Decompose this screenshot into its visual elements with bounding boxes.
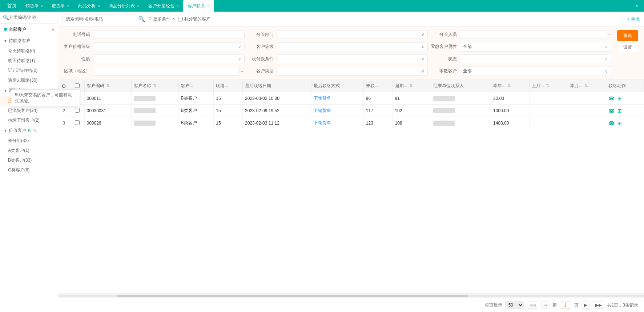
sort-icon-code[interactable]: ⇅: [106, 83, 110, 88]
filter-input-region[interactable]: [93, 67, 240, 76]
nav-tab-sales[interactable]: 销货单 ×: [21, 0, 47, 12]
filter-input-person[interactable]: [460, 30, 606, 39]
collapse-sidebar-button[interactable]: «: [51, 27, 54, 33]
close-tab-customer-layer[interactable]: ×: [177, 4, 179, 8]
refresh-icon[interactable]: ↻: [28, 128, 32, 134]
filter-field-price-level: 客户价格等级 ∨: [64, 42, 245, 51]
filter-select-customer-level[interactable]: ∨: [277, 42, 428, 51]
row-checkbox[interactable]: [75, 120, 80, 125]
last-page-button[interactable]: ▶▶: [593, 301, 604, 309]
scrollbar-thumb[interactable]: [117, 295, 468, 297]
sidebar-item-tomorrow[interactable]: 明天待联络(1): [0, 56, 58, 66]
close-tab-sales[interactable]: ×: [41, 4, 43, 8]
settings-button[interactable]: 设置: [617, 42, 638, 52]
per-page-select[interactable]: 50 100 200: [505, 301, 524, 309]
more-action-icon[interactable]: ⊞: [617, 120, 622, 126]
horizontal-scrollbar[interactable]: [58, 293, 644, 298]
contact-action-icon[interactable]: ☎: [608, 108, 615, 114]
sidebar-search-input[interactable]: [9, 15, 58, 20]
filter-select-retail[interactable]: 全部 ∨: [460, 66, 611, 76]
filter-field-dept: 分管部门 ∨: [247, 30, 428, 39]
more-action-icon[interactable]: ⊞: [617, 96, 622, 101]
filter-input-phone[interactable]: [93, 30, 245, 39]
sidebar-item-b-class[interactable]: B类客户(33): [0, 155, 58, 165]
sidebar-item-declining[interactable]: 持续下滑客户(2): [0, 116, 58, 125]
close-tab-analysis-list[interactable]: ×: [137, 4, 139, 8]
contact-action-icon[interactable]: ☎: [608, 96, 615, 101]
cell-this-year: 30.00: [491, 92, 529, 105]
close-tab-purchase[interactable]: ×: [67, 4, 69, 8]
cell-name: [132, 117, 179, 129]
table-container: ⚙ 客户编码 ⇅ 客户名称 ⇅ 客户...: [58, 80, 644, 293]
sidebar-section-value[interactable]: ▼ 价值客户 ↻ ✎: [0, 125, 58, 136]
close-tab-analysis[interactable]: ×: [98, 4, 100, 8]
more-conditions-button[interactable]: ▽ 更多条件 ∧: [148, 16, 175, 22]
filter-label-status: 状态: [431, 56, 460, 62]
sidebar-all-header[interactable]: ⊞ 全部客户 «: [0, 24, 58, 36]
prev-page-button[interactable]: ◀: [541, 301, 550, 309]
settings-icon[interactable]: ⚙: [61, 83, 66, 89]
nav-tab-purchase[interactable]: 进货单 ×: [47, 0, 73, 12]
sidebar-item-7days[interactable]: 近7天待联络(0): [0, 66, 58, 76]
table-row: 2 00030031 B类客户 15 2023-02-09 19:52: 下销货…: [58, 105, 644, 117]
export-button[interactable]: ↑ 导出: [627, 16, 640, 22]
page-label: 页: [574, 302, 579, 308]
row-checkbox[interactable]: [75, 108, 80, 113]
filter-field-status: 状态 ∨: [431, 54, 611, 63]
table-row: 3 000026 B类客户 15 2023-02-03 11:12: 下销货单 …: [58, 117, 644, 129]
sidebar-item-ungrouped[interactable]: 未分组(32): [0, 136, 58, 146]
filter-select-nature[interactable]: ∨: [93, 54, 245, 63]
filter-select-retail-attr[interactable]: 全部 ∨: [460, 42, 611, 52]
nav-tab-customer-layer[interactable]: 客户分层经营 ×: [144, 0, 183, 12]
sidebar-item-a-class[interactable]: A类客户(1): [0, 146, 58, 155]
nav-tab-customer-contact[interactable]: 客户联系 ×: [183, 0, 214, 12]
filter-select-status[interactable]: ∨: [460, 54, 611, 63]
search-input[interactable]: [63, 15, 135, 23]
more-region-icon[interactable]: ···: [241, 69, 245, 74]
sort-icon-name[interactable]: ⇅: [153, 83, 157, 88]
arrow-icon-value: ▼: [4, 129, 7, 133]
my-customers-checkbox[interactable]: [178, 17, 183, 21]
more-action-icon[interactable]: ⊞: [617, 108, 622, 114]
nav-tab-analysis-list[interactable]: 商品分析列表 ×: [104, 0, 144, 12]
sidebar-item-overdue[interactable]: 逾期未联络(30): [0, 76, 58, 85]
filter-bar: 🔍 ▽ 更多条件 ∧ 我分管的客户 ↑ 导出: [58, 12, 644, 27]
filter-select-payment[interactable]: ∨: [277, 54, 428, 63]
cell-checkbox[interactable]: [70, 117, 84, 129]
query-button[interactable]: 查询: [617, 30, 638, 41]
sort-icon-last-month[interactable]: ⇅: [546, 83, 550, 88]
filter-select-dept[interactable]: ∨: [277, 30, 428, 39]
filter-select-price-level[interactable]: ∨: [93, 42, 245, 51]
last-method-link[interactable]: 下销货单: [314, 108, 331, 113]
contact-action-icon[interactable]: ☎: [608, 120, 615, 126]
nav-tab-analysis[interactable]: 商品分析 ×: [74, 0, 104, 12]
close-all-button[interactable]: ×: [632, 3, 641, 9]
first-page-button[interactable]: ◀◀: [527, 301, 538, 309]
cell-contact: 15: [214, 117, 243, 129]
close-tab-customer-contact[interactable]: ×: [207, 4, 209, 8]
sidebar-item-c-class[interactable]: C类客户(6): [0, 165, 58, 175]
cell-last-date: 2023-02-09 19:52:: [243, 105, 311, 117]
filter-select-customer-type[interactable]: ∨: [277, 67, 428, 76]
sidebar-section-pending[interactable]: ▼ 待联络客户: [0, 36, 58, 46]
filter-field-retail-attr: 零散客户属性 全部 ∨: [431, 42, 611, 52]
sort-icon-overdue[interactable]: ⇅: [409, 83, 413, 88]
cell-actions: ☎ ⊞: [606, 105, 644, 117]
page-number-input[interactable]: [560, 301, 571, 309]
last-method-link[interactable]: 下销货单: [314, 120, 331, 125]
next-page-button[interactable]: ▶: [581, 301, 590, 309]
more-options-icon[interactable]: ···: [608, 32, 611, 37]
pagination: 每页显示 50 100 200 ◀◀ ◀ 第 页 ▶ ▶▶ 共1页，3条记录: [58, 298, 644, 312]
sidebar-item-today[interactable]: 今天待联络(0): [0, 46, 58, 56]
my-customers-checkbox-label[interactable]: 我分管的客户: [178, 16, 210, 22]
sidebar: 🔍 ⊞ 全部客户 « ▼ 待联络客户 今天待联络(0) 明天待联络(1) 近7天…: [0, 12, 58, 312]
filter-search-button[interactable]: 🔍: [138, 16, 145, 23]
sidebar-item-churned[interactable]: 已流失客户(24): [0, 106, 58, 116]
select-all-checkbox[interactable]: [75, 83, 80, 88]
last-method-link[interactable]: 下销货单: [314, 96, 331, 101]
sort-icon-this-month[interactable]: ⇅: [584, 83, 588, 88]
nav-home[interactable]: 首页: [3, 0, 21, 12]
edit-icon[interactable]: ✎: [33, 128, 37, 133]
sort-icon-this-year[interactable]: ⇅: [507, 83, 511, 88]
cell-contact-person: [431, 92, 491, 105]
